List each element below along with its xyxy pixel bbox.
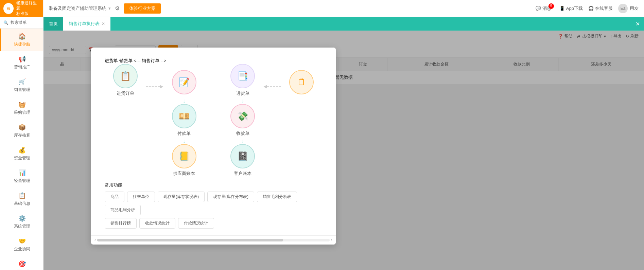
sidebar-item-marketing[interactable]: 📢 营销推广 xyxy=(0,51,43,74)
tab-bar: 首页 销售订单执行表 ✕ ✕ xyxy=(43,17,644,31)
user-area[interactable]: Ea 用友 xyxy=(618,4,639,13)
purchase-icon: 🧺 xyxy=(18,101,26,108)
purchase-order-icon: 📋 xyxy=(113,64,138,88)
func-btn-6[interactable]: 销售排行榜 xyxy=(105,218,137,229)
system-icon: ⚙️ xyxy=(18,215,26,222)
newbie-icon: 🎯 xyxy=(18,260,26,268)
marketing-icon: 📢 xyxy=(18,55,26,63)
func-btn-8[interactable]: 付款情况统计 xyxy=(178,218,214,229)
flow-customer-ledger: 📓 客户账本 xyxy=(222,144,263,177)
sidebar-item-quick-nav[interactable]: 🏠 快捷导航 xyxy=(0,29,43,51)
flow-purchase-bill: 📝 xyxy=(163,70,205,96)
modal: 进货单 销货单 <--- 销售订单 --> 📋 进货订单 xyxy=(91,48,336,245)
message-btn[interactable]: 💬 5 消息 xyxy=(536,5,554,12)
func-btn-5[interactable]: 商品毛利分析 xyxy=(105,205,141,215)
flow-sales-bill: 📑 进货单 xyxy=(222,64,263,96)
top-bar: 装备及固定资产辅助管理系统 ▾ ⚙ 体验行业方案 💬 5 消息 📱 App下载 … xyxy=(43,0,644,17)
experience-btn[interactable]: 体验行业方案 xyxy=(124,3,161,14)
message-icon: 💬 xyxy=(536,6,541,11)
flow-purchase-order: 📋 进货订单 xyxy=(105,64,146,96)
down-arrow-receipt: ↓ xyxy=(222,138,263,144)
flow-supplier-ledger: 📒 供应商账本 xyxy=(163,144,205,177)
flow-sales-order: 🗒 xyxy=(281,70,322,96)
sidebar-item-purchase[interactable]: 🧺 采购管理 xyxy=(0,97,43,120)
sidebar-nav: 🏠 快捷导航 📢 营销推广 🛒 销售管理 🧺 采购管理 📦 库存核算 💰 xyxy=(0,29,43,270)
sales-bill-icon: 📑 xyxy=(230,64,255,88)
dropdown-icon: ▾ xyxy=(108,6,111,11)
scroll-track[interactable] xyxy=(97,239,330,241)
enterprise-icon: 🤝 xyxy=(18,237,26,245)
supplier-ledger-label: 供应商账本 xyxy=(173,170,195,177)
sidebar-item-sales[interactable]: 🛒 销售管理 xyxy=(0,74,43,97)
operations-icon: 📊 xyxy=(18,169,26,177)
func-buttons-row2: 销售排行榜 收款情况统计 付款情况统计 xyxy=(105,218,322,229)
app-download-btn[interactable]: 📱 App下载 xyxy=(559,5,583,12)
func-buttons: 商品 往来单位 现存量(库存状况表) 现存量(库存分布表) 销售毛利分析表 商品… xyxy=(105,192,322,215)
sidebar-logo: 6 畅康通好生意 标准版 xyxy=(0,0,43,17)
receipt-icon: 💸 xyxy=(230,104,255,128)
customer-ledger-icon: 📓 xyxy=(230,144,255,168)
payment-icon: 💴 xyxy=(172,104,196,128)
func-btn-7[interactable]: 收款情况统计 xyxy=(139,218,175,229)
headset-icon: 🎧 xyxy=(588,6,594,11)
tab-home[interactable]: 首页 xyxy=(43,17,63,31)
tab-sales-order-exec[interactable]: 销售订单执行表 ✕ xyxy=(63,17,110,31)
sales-bill-label: 进货单 xyxy=(236,90,249,96)
logo-text: 畅康通好生意 标准版 xyxy=(16,1,40,17)
system-name-area: 装备及固定资产辅助管理系统 ▾ xyxy=(49,5,111,12)
sidebar-item-newbie[interactable]: 🎯 新手引导 xyxy=(0,256,43,270)
scroll-thumb xyxy=(97,239,283,241)
settings-icon[interactable]: ⚙ xyxy=(115,5,120,12)
func-btn-0[interactable]: 商品 xyxy=(105,192,124,202)
system-name: 装备及固定资产辅助管理系统 xyxy=(49,5,106,12)
modal-scrollbar: ‹ › xyxy=(91,235,336,245)
purchase-order-label: 进货订单 xyxy=(117,90,134,96)
home-icon: 🏠 xyxy=(18,33,26,40)
message-badge: 5 xyxy=(549,3,554,9)
purchase-bill-icon: 📝 xyxy=(172,70,196,94)
logo-icon: 6 xyxy=(3,3,14,14)
sidebar-search[interactable]: 🔍 搜索菜单 xyxy=(0,17,43,29)
arrow-2: ◀ xyxy=(263,84,281,96)
finance-icon: 💰 xyxy=(18,146,26,154)
down-arrow-purchase: ↓ xyxy=(163,98,205,104)
common-funcs-title: 常用功能 xyxy=(105,182,322,188)
search-icon: 🔍 xyxy=(3,20,8,25)
common-funcs: 常用功能 商品 往来单位 现存量(库存状况表) 现存量(库存分布表) 销售毛利分… xyxy=(105,182,322,229)
supplier-ledger-icon: 📒 xyxy=(172,144,196,168)
receipt-label: 收款单 xyxy=(236,130,249,137)
online-service-btn[interactable]: 🎧 在线客服 xyxy=(588,5,613,12)
basic-info-icon: 📋 xyxy=(18,192,26,199)
tab-close-icon[interactable]: ✕ xyxy=(102,21,105,26)
arrow-1: ▶ xyxy=(146,84,163,96)
scroll-left-arrow[interactable]: ‹ xyxy=(94,238,96,242)
sidebar-item-system[interactable]: ⚙️ 系统管理 xyxy=(0,211,43,233)
page-area: ❓ 帮助 🖨 按模板打印 ▾ ↑ 导出 ↻ 刷新 xyxy=(43,31,644,270)
sidebar-item-finance[interactable]: 💰 资金管理 xyxy=(0,142,43,165)
user-name: 用友 xyxy=(630,5,639,12)
sales-order-icon: 🗒 xyxy=(289,70,314,94)
down-arrow-payment: ↓ xyxy=(163,138,205,144)
flow-payment: 💴 付款单 xyxy=(163,104,205,137)
func-btn-1[interactable]: 往来单位 xyxy=(127,192,155,202)
sidebar-item-basic-info[interactable]: 📋 基础信息 xyxy=(0,188,43,211)
download-icon: 📱 xyxy=(559,6,565,11)
top-bar-right: 💬 5 消息 📱 App下载 🎧 在线客服 Ea 用友 xyxy=(536,4,639,13)
tab-bar-close-icon[interactable]: ✕ xyxy=(636,21,640,27)
func-btn-2[interactable]: 现存量(库存状况表) xyxy=(158,192,205,202)
modal-overlay[interactable]: 进货单 销货单 <--- 销售订单 --> 📋 进货订单 xyxy=(43,31,644,270)
modal-inner: 进货单 销货单 <--- 销售订单 --> 📋 进货订单 xyxy=(91,48,336,235)
sidebar-item-enterprise[interactable]: 🤝 企业协同 xyxy=(0,233,43,256)
scroll-right-arrow[interactable]: › xyxy=(331,238,332,242)
func-btn-4[interactable]: 销售毛利分析表 xyxy=(257,192,297,202)
avatar: Ea xyxy=(618,4,628,13)
sidebar-item-operations[interactable]: 📊 经营管理 xyxy=(0,165,43,188)
sidebar: 6 畅康通好生意 标准版 🔍 搜索菜单 🏠 快捷导航 📢 营销推广 🛒 销售管理 xyxy=(0,0,43,270)
inventory-icon: 📦 xyxy=(18,124,26,131)
main-content: 装备及固定资产辅助管理系统 ▾ ⚙ 体验行业方案 💬 5 消息 📱 App下载 … xyxy=(43,0,644,270)
sidebar-item-inventory[interactable]: 📦 库存核算 xyxy=(0,120,43,142)
flow-receipt: 💸 收款单 xyxy=(222,104,263,137)
payment-label: 付款单 xyxy=(177,130,191,137)
customer-ledger-label: 客户账本 xyxy=(234,170,251,177)
func-btn-3[interactable]: 现存量(库存分布表) xyxy=(207,192,254,202)
